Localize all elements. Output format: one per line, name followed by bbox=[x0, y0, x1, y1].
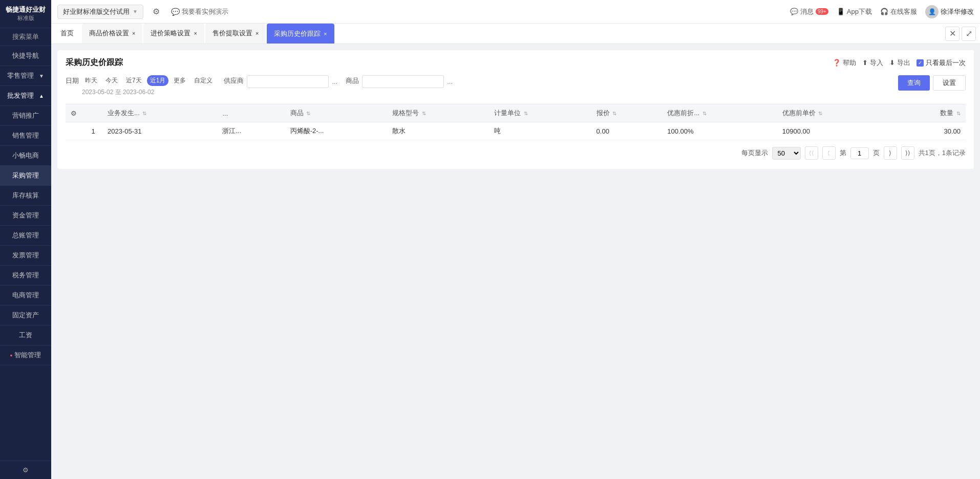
topbar-settings-button[interactable]: ⚙ bbox=[148, 4, 164, 19]
sort-product-icon[interactable]: ⇅ bbox=[306, 111, 310, 116]
page-title: 采购历史价跟踪 bbox=[66, 57, 123, 68]
retail-expand-icon: ▼ bbox=[39, 73, 44, 79]
col-quantity[interactable]: 数量 ⇅ bbox=[894, 104, 966, 122]
sidebar-search[interactable]: 搜索菜单 bbox=[0, 28, 51, 46]
sidebar-item-general-ledger[interactable]: 总账管理 bbox=[0, 226, 51, 246]
page-prev-button[interactable]: ⟨ bbox=[822, 146, 836, 160]
only-last-checkbox[interactable]: ✓ 只看最后一次 bbox=[917, 58, 966, 68]
page-size-label: 每页显示 bbox=[741, 148, 768, 158]
col-quoted-price[interactable]: 报价 ⇅ bbox=[591, 104, 663, 122]
row-date: 2023-05-31 bbox=[102, 122, 217, 140]
tab-close-window-button[interactable]: ✕ bbox=[945, 27, 960, 41]
tab-purchase-strategy-close[interactable]: × bbox=[194, 30, 197, 36]
headset-icon: 🎧 bbox=[880, 8, 888, 15]
supplier-input-group: ... bbox=[247, 75, 337, 88]
sidebar: 畅捷通好业财 标准版 搜索菜单 快捷导航 零售管理 ▼ 批发管理 ▲ 营销推广 … bbox=[0, 0, 51, 479]
topbar-gear-icon: ⚙ bbox=[153, 7, 160, 16]
version-label: 好业财标准版交付试用 bbox=[63, 7, 130, 16]
sidebar-item-retail[interactable]: 零售管理 ▼ bbox=[0, 66, 51, 86]
row-pre-discount-price: 10900.00 bbox=[777, 122, 894, 140]
date-btn-today[interactable]: 今天 bbox=[102, 75, 121, 86]
sidebar-item-quick-nav[interactable]: 快捷导航 bbox=[0, 46, 51, 66]
sidebar-item-inventory[interactable]: 库存核算 bbox=[0, 186, 51, 206]
date-options: 昨天 今天 近7天 近1月 更多 自定义 2023-05-02 至 2023-0… bbox=[82, 75, 216, 97]
help-button[interactable]: ❓ 帮助 bbox=[833, 58, 856, 68]
tab-expand-button[interactable]: ⤢ bbox=[962, 27, 976, 41]
sort-unit-icon[interactable]: ⇅ bbox=[524, 111, 528, 116]
filter-bar: 日期 昨天 今天 近7天 近1月 更多 自定义 2023-05-02 至 202… bbox=[66, 75, 966, 97]
export-icon: ⬇ bbox=[889, 59, 895, 67]
page-last-button[interactable]: ⟩⟩ bbox=[901, 146, 914, 160]
product-dots[interactable]: ... bbox=[447, 78, 453, 85]
page-header-actions: ❓ 帮助 ⬆ 导入 ⬇ 导出 ✓ 只看最后一次 bbox=[833, 58, 966, 68]
export-button[interactable]: ⬇ 导出 bbox=[889, 58, 910, 68]
supplier-dots[interactable]: ... bbox=[332, 78, 337, 85]
date-btn-1month[interactable]: 近1月 bbox=[147, 75, 169, 86]
sort-pre-discount-icon[interactable]: ⇅ bbox=[818, 111, 822, 116]
page-total: 共1页，1条记录 bbox=[919, 148, 966, 158]
sidebar-item-finance[interactable]: 资金管理 bbox=[0, 206, 51, 226]
query-button[interactable]: 查询 bbox=[898, 75, 930, 91]
import-button[interactable]: ⬆ 导入 bbox=[862, 58, 883, 68]
col-date[interactable]: 业务发生... ⇅ bbox=[102, 104, 217, 122]
tab-sale-extract[interactable]: 售价提取设置 × bbox=[205, 24, 266, 43]
sidebar-item-ecommerce[interactable]: 电商管理 bbox=[0, 286, 51, 306]
sidebar-item-marketing[interactable]: 营销推广 bbox=[0, 106, 51, 126]
user-menu[interactable]: 👤 徐泽华修改 bbox=[925, 5, 974, 18]
date-btn-7days[interactable]: 近7天 bbox=[123, 75, 145, 86]
date-btn-more[interactable]: 更多 bbox=[171, 75, 189, 86]
page-size-select[interactable]: 50 10 20 100 bbox=[772, 147, 801, 160]
tab-sale-extract-close[interactable]: × bbox=[255, 30, 259, 36]
sidebar-item-invoice[interactable]: 发票管理 bbox=[0, 246, 51, 266]
tab-purchase-history-close[interactable]: × bbox=[324, 31, 327, 37]
demo-button[interactable]: 💬 我要看实例演示 bbox=[171, 7, 228, 16]
sidebar-item-sales[interactable]: 销售管理 bbox=[0, 126, 51, 146]
col-more[interactable]: ... bbox=[217, 104, 285, 122]
settings-icon: ⚙ bbox=[23, 466, 29, 474]
tab-purchase-history[interactable]: 采购历史价跟踪 × bbox=[267, 24, 334, 43]
app-download-button[interactable]: 📱 App下载 bbox=[837, 7, 872, 16]
col-unit[interactable]: 计量单位 ⇅ bbox=[489, 104, 591, 122]
col-spec[interactable]: 规格型号 ⇅ bbox=[387, 104, 489, 122]
phone-icon: 📱 bbox=[837, 8, 845, 15]
table-header-row: ⚙ 业务发生... ⇅ ... 商品 ⇅ bbox=[66, 104, 966, 122]
sort-quantity-icon[interactable]: ⇅ bbox=[956, 111, 961, 116]
message-button[interactable]: 💬 消息 99+ bbox=[790, 7, 828, 16]
tab-purchase-strategy[interactable]: 进价策略设置 × bbox=[143, 24, 204, 43]
sidebar-item-smart[interactable]: ● 智能管理 bbox=[0, 345, 51, 365]
date-btn-custom[interactable]: 自定义 bbox=[191, 75, 216, 86]
tab-product-price-close[interactable]: × bbox=[132, 30, 135, 36]
sort-spec-icon[interactable]: ⇅ bbox=[422, 111, 426, 116]
online-service-button[interactable]: 🎧 在线客服 bbox=[880, 7, 917, 16]
tab-home[interactable]: 首页 bbox=[53, 24, 81, 43]
page-content: 采购历史价跟踪 ❓ 帮助 ⬆ 导入 ⬇ 导出 ✓ bbox=[51, 44, 980, 479]
sidebar-settings[interactable]: ⚙ bbox=[0, 461, 51, 479]
page-next-button[interactable]: ⟩ bbox=[884, 146, 897, 160]
sort-date-icon[interactable]: ⇅ bbox=[142, 111, 146, 116]
sidebar-item-tax[interactable]: 税务管理 bbox=[0, 266, 51, 286]
date-btn-yesterday[interactable]: 昨天 bbox=[82, 75, 100, 86]
settings-button[interactable]: 设置 bbox=[933, 75, 966, 91]
col-product[interactable]: 商品 ⇅ bbox=[285, 104, 387, 122]
sidebar-item-ecommerce-small[interactable]: 小畅电商 bbox=[0, 146, 51, 166]
sort-discount-icon[interactable]: ⇅ bbox=[702, 111, 707, 116]
sidebar-item-payroll[interactable]: 工资 bbox=[0, 325, 51, 345]
checkbox-icon: ✓ bbox=[917, 59, 924, 67]
sort-quoted-price-icon[interactable]: ⇅ bbox=[612, 111, 616, 116]
page-current-input[interactable] bbox=[850, 147, 869, 159]
sidebar-item-fixed-assets[interactable]: 固定资产 bbox=[0, 306, 51, 325]
sidebar-item-wholesale[interactable]: 批发管理 ▲ bbox=[0, 86, 51, 106]
supplier-input[interactable] bbox=[247, 75, 329, 88]
message-badge: 99+ bbox=[816, 8, 828, 15]
col-pre-discount-price[interactable]: 优惠前单价 ⇅ bbox=[777, 104, 894, 122]
col-settings[interactable]: ⚙ bbox=[66, 104, 84, 122]
tab-product-price[interactable]: 商品价格设置 × bbox=[82, 24, 142, 43]
row-supplier: 浙江... bbox=[217, 122, 285, 140]
product-input[interactable] bbox=[362, 75, 444, 88]
version-selector[interactable]: 好业财标准版交付试用 ▼ bbox=[57, 5, 143, 19]
sidebar-item-purchase[interactable]: 采购管理 bbox=[0, 166, 51, 186]
page-first-button[interactable]: ⟨⟨ bbox=[805, 146, 818, 160]
row-discount: 100.00% bbox=[662, 122, 777, 140]
supplier-filter-label: 供应商 bbox=[224, 75, 244, 85]
col-discount[interactable]: 优惠前折... ⇅ bbox=[662, 104, 777, 122]
